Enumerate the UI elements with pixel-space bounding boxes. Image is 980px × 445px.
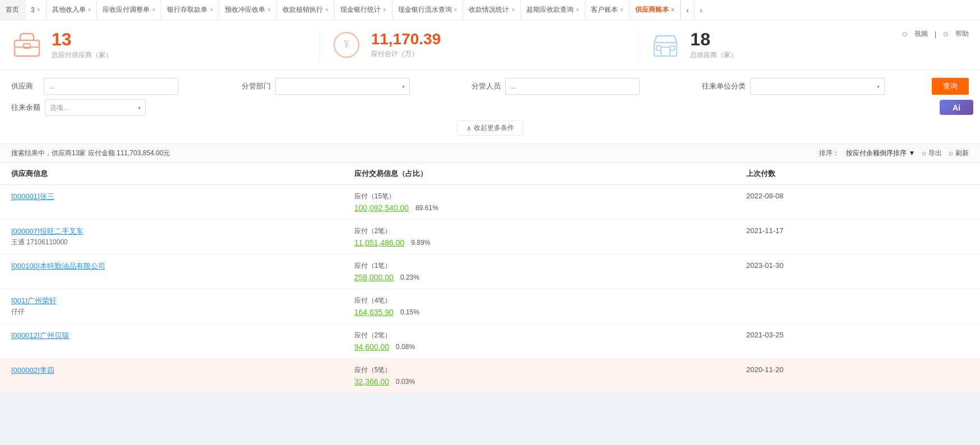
table-row: [001]广州荣轩仔仔应付（4笔）164,635.900.15% — [0, 289, 980, 324]
separator: | — [935, 30, 936, 38]
last-date-000007: 2021-11-17 — [746, 226, 784, 235]
nav-tab-home-label: 首页 — [6, 5, 19, 15]
close-icon[interactable]: × — [383, 7, 386, 13]
nav-tab-home[interactable]: 首页 — [0, 0, 25, 20]
supplier-link-000100[interactable]: [000100]本特勤油品有限公司 — [11, 262, 105, 270]
close-icon[interactable]: × — [620, 7, 623, 13]
transaction-cell-000007: 应付（2笔）11,051,486.009.89% — [343, 220, 735, 254]
nav-tab-payment-verify[interactable]: 收款核销执行 × — [277, 0, 335, 20]
amount-link-000002[interactable]: 32,366.00 — [354, 377, 389, 386]
nav-tab-customer-ledger[interactable]: 客户账本 × — [585, 0, 630, 20]
filter-row-1: 供应商 分管部门 ▾ 分管人员 往来单位分类 ▾ 查询 — [11, 78, 969, 95]
svg-text:¥: ¥ — [344, 39, 349, 50]
nav-tab-ar-ap-adjust-label: 应收应付调整单 — [103, 5, 150, 15]
sort-down-icon: ▼ — [908, 149, 915, 157]
sort-value[interactable]: 按应付余额倒序排序 ▼ — [846, 149, 915, 158]
collapse-row: ∧ 收起更多条件 — [11, 120, 969, 136]
nav-tab-3[interactable]: 3 × — [25, 0, 47, 20]
close-icon[interactable]: × — [671, 7, 674, 13]
close-icon[interactable]: × — [454, 7, 457, 13]
supplier-link-000007[interactable]: [000007]恒旺二手叉车 — [11, 227, 84, 235]
dept-select[interactable]: ▾ — [275, 78, 410, 95]
table-container: 供应商信息 应付交易信息（占比） 上次付数 [000001]张三应付（15笔）1… — [0, 163, 980, 393]
person-input[interactable] — [505, 78, 640, 95]
nav-tab-cash-bank-stats-label: 现金银行统计 — [340, 5, 381, 15]
amount-link-000007[interactable]: 11,051,486.00 — [354, 238, 405, 247]
nav-tab-advance-offset-label: 预收冲应收单 — [225, 5, 265, 15]
tx-label-000012: 应付（2笔） — [354, 331, 724, 340]
supplier-link-001[interactable]: [001]广州荣轩 — [11, 296, 57, 305]
nav-tab-cash-bank-stats[interactable]: 现金银行统计 × — [335, 0, 392, 20]
stat-label-total: 总供应商（家） — [690, 50, 737, 60]
nav-tab-ar-ap-adjust[interactable]: 应收应付调整单 × — [97, 0, 161, 20]
supplier-filter-label: 供应商 — [11, 81, 39, 91]
supplier-cell-000100: [000100]本特勤油品有限公司 — [0, 254, 343, 289]
amount-link-000001[interactable]: 100,092,540.00 — [354, 203, 409, 212]
header-stats: 13 总应付供应商（家） ¥ 11,170.39 应付合计（万） — [0, 20, 980, 70]
tx-label-000002: 应付（5笔） — [354, 365, 724, 375]
supplier-icon — [11, 29, 43, 61]
ai-badge-label: Ai — [953, 103, 960, 112]
ai-badge[interactable]: Ai — [940, 100, 973, 115]
last-payment-cell-001 — [735, 289, 980, 324]
nav-tab-cash-bank-flow-label: 现金银行流水查询 — [398, 5, 452, 15]
help-link[interactable]: 帮助 — [955, 29, 969, 39]
balance-select[interactable]: 选项... ▾ — [45, 99, 146, 116]
close-icon[interactable]: × — [152, 7, 155, 13]
tx-label-000001: 应付（15笔） — [354, 192, 724, 201]
nav-tab-advance-offset[interactable]: 预收冲应收单 × — [219, 0, 277, 20]
close-icon[interactable]: × — [210, 7, 213, 13]
amount-link-000012[interactable]: 94,600.00 — [354, 342, 389, 351]
last-payment-cell-000012: 2021-03-25 — [735, 324, 980, 359]
supplier-link-000001[interactable]: [000001]张三 — [11, 192, 54, 201]
filter-row-2: 往来余额 选项... ▾ — [11, 99, 969, 116]
help-icon: ⊙ — [943, 30, 949, 38]
amount-link-001[interactable]: 164,635.90 — [354, 308, 394, 317]
table-row: [000001]张三应付（15笔）100,092,540.0089.61%202… — [0, 185, 980, 220]
close-icon[interactable]: × — [511, 7, 515, 13]
supplier-link-000012[interactable]: [000012]广州贝瑞 — [11, 331, 69, 340]
nav-tab-payment-stats[interactable]: 收款情况统计 × — [463, 0, 521, 20]
supplier-link-000002[interactable]: [000002]李四 — [11, 366, 54, 374]
supplier-input[interactable] — [44, 78, 178, 95]
nav-arrow-left[interactable]: ‹ — [681, 0, 694, 20]
nav-tab-customer-ledger-label: 客户账本 — [591, 5, 618, 15]
supplier-sub-000007: 王通 17106110000 — [11, 238, 332, 247]
nav-tab-cash-bank-flow[interactable]: 现金银行流水查询 × — [392, 0, 464, 20]
transaction-cell-000002: 应付（5笔）32,366.000.03% — [343, 359, 735, 393]
close-icon[interactable]: × — [88, 7, 91, 13]
stat-label-payable: 总应付供应商（家） — [52, 50, 112, 60]
balance-filter-label: 往来余额 — [11, 103, 40, 113]
nav-tab-other-income[interactable]: 其他收入单 × — [47, 0, 98, 20]
last-date-000100: 2023-01-30 — [746, 261, 784, 270]
table-row: [000007]恒旺二手叉车王通 17106110000应付（2笔）11,051… — [0, 220, 980, 254]
refresh-button[interactable]: ○ 刷新 — [949, 149, 969, 158]
tx-label-000100: 应付（1笔） — [354, 261, 724, 271]
category-select[interactable]: ▾ — [750, 78, 885, 95]
nav-arrow-right[interactable]: › — [694, 0, 708, 20]
transaction-cell-000012: 应付（2笔）94,600.000.08% — [343, 324, 735, 359]
search-button[interactable]: 查询 — [932, 78, 969, 95]
close-icon[interactable]: × — [325, 7, 329, 13]
nav-tab-bank-deposit[interactable]: 银行存取款单 × — [161, 0, 219, 20]
export-button[interactable]: ○ 导出 — [922, 149, 942, 158]
amount-link-000100[interactable]: 258,000.00 — [354, 273, 394, 282]
nav-tab-payment-stats-label: 收款情况统计 — [469, 5, 509, 15]
supplier-cell-000001: [000001]张三 — [0, 185, 343, 220]
filter-balance: 往来余额 选项... ▾ — [11, 99, 202, 116]
nav-tab-payment-verify-label: 收款核销执行 — [283, 5, 323, 15]
close-icon[interactable]: × — [37, 7, 40, 13]
result-summary: 搜索结果中，供应商13家 应付金额 111,703,854.00元 — [11, 149, 170, 158]
video-link[interactable]: 视频 — [914, 29, 928, 39]
close-icon[interactable]: × — [267, 7, 271, 13]
nav-tab-overdue-ar[interactable]: 超期应收款查询 × — [521, 0, 585, 20]
supplier-sub-001: 仔仔 — [11, 307, 332, 317]
nav-tab-supplier-ledger[interactable]: 供应商账本 × — [630, 0, 681, 20]
nav-tab-other-income-label: 其他收入单 — [52, 5, 86, 15]
collapse-button[interactable]: ∧ 收起更多条件 — [457, 120, 524, 136]
close-icon[interactable]: × — [576, 7, 579, 13]
table-row: [000012]广州贝瑞应付（2笔）94,600.000.08%2021-03-… — [0, 324, 980, 359]
result-actions: 排序： 按应付余额倒序排序 ▼ ○ 导出 ○ 刷新 — [819, 149, 969, 158]
result-bar: 搜索结果中，供应商13家 应付金额 111,703,854.00元 排序： 按应… — [0, 144, 980, 163]
last-date-000002: 2020-11-20 — [746, 365, 784, 374]
